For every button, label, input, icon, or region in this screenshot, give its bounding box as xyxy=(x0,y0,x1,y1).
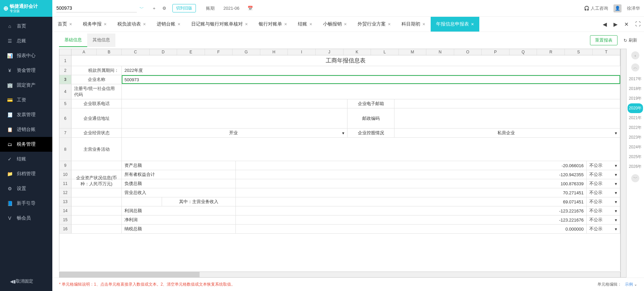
tab-4[interactable]: 日记账与银行对账单核对✕ xyxy=(186,17,253,32)
publish-select[interactable]: 不公示 xyxy=(587,170,620,179)
year-2018年[interactable]: 2018年 xyxy=(628,84,643,94)
period-value[interactable]: 2021-06 xyxy=(223,6,239,11)
user-name[interactable]: 徐泽华 xyxy=(627,5,640,11)
col-header[interactable]: E xyxy=(177,49,205,55)
year-scroll-up-icon[interactable]: ︿ xyxy=(631,63,639,71)
calendar-icon[interactable]: 📅 xyxy=(248,6,253,11)
publish-select[interactable]: 不公示 xyxy=(587,179,620,188)
col-header[interactable]: J xyxy=(316,49,343,55)
tabs-prev-icon[interactable]: ◀ xyxy=(599,21,610,28)
tab-7[interactable]: 小畅报销✕ xyxy=(318,17,352,32)
row-num[interactable]: 10 xyxy=(59,170,71,179)
col-header[interactable]: N xyxy=(426,49,454,55)
line-value[interactable]: -123.221676 xyxy=(236,206,587,215)
col-header[interactable]: T xyxy=(593,49,621,55)
publish-select[interactable]: 不公示 xyxy=(587,161,620,170)
col-header[interactable]: I xyxy=(288,49,316,55)
col-header[interactable]: K xyxy=(343,49,371,55)
row-num[interactable]: 15 xyxy=(59,215,71,224)
year-2023年[interactable]: 2023年 xyxy=(628,133,643,142)
row-num[interactable]: 7 xyxy=(59,129,71,137)
close-icon[interactable]: ✕ xyxy=(309,22,312,27)
unpin-button[interactable]: ◀▮ 取消固定 xyxy=(10,278,33,284)
tabs-close-icon[interactable]: ✕ xyxy=(621,21,632,28)
row-num[interactable]: 5 xyxy=(59,99,71,108)
h-scrollbar[interactable] xyxy=(59,272,621,278)
nav-item-12[interactable]: 📘新手引导 xyxy=(0,196,52,211)
nav-item-0[interactable]: ⌂首页 xyxy=(0,19,52,34)
row-num[interactable]: 3 xyxy=(59,75,71,84)
nav-item-13[interactable]: V畅会员 xyxy=(0,211,52,226)
nav-item-6[interactable]: 🧾发票管理 xyxy=(0,107,52,122)
avatar[interactable]: 👤 xyxy=(613,4,622,12)
reset-button[interactable]: 重置报表 xyxy=(590,35,618,45)
year-2022年[interactable]: 2022年 xyxy=(628,123,643,133)
op-status-select[interactable]: 开业 xyxy=(122,129,347,137)
line-value[interactable]: 70.271451 xyxy=(236,188,587,197)
close-icon[interactable]: ✕ xyxy=(104,22,107,27)
row-num[interactable]: 2 xyxy=(59,66,71,75)
publish-select[interactable]: 不公示 xyxy=(587,197,620,206)
line-value[interactable]: -120.942355 xyxy=(236,170,587,179)
row-num[interactable]: 9 xyxy=(59,161,71,170)
close-icon[interactable]: ✕ xyxy=(284,22,287,27)
main-biz-input[interactable] xyxy=(122,138,620,161)
nav-item-11[interactable]: ⚙设置 xyxy=(0,181,52,196)
col-header[interactable]: Q xyxy=(509,49,537,55)
line-value[interactable]: 100.876339 xyxy=(236,179,587,188)
publish-select[interactable]: 不公示 xyxy=(587,206,620,215)
col-header[interactable]: P xyxy=(482,49,509,55)
tab-8[interactable]: 外贸行业方案✕ xyxy=(352,17,396,32)
line-value[interactable]: 69.071451 xyxy=(236,197,587,206)
publish-select[interactable]: 不公示 xyxy=(587,225,620,233)
tab-1[interactable]: 税务申报✕ xyxy=(77,17,112,32)
col-header[interactable]: S xyxy=(565,49,593,55)
close-icon[interactable]: ✕ xyxy=(143,22,146,27)
add-icon[interactable]: ＋ xyxy=(152,5,156,11)
nav-item-7[interactable]: 📋进销台账 xyxy=(0,122,52,137)
col-header[interactable]: H xyxy=(260,49,288,55)
subtab-basic[interactable]: 基础信息 xyxy=(59,34,87,47)
year-2025年[interactable]: 2025年 xyxy=(628,152,643,162)
col-header[interactable]: B xyxy=(97,49,122,55)
nav-item-8[interactable]: 🗂税务管理 xyxy=(0,137,52,152)
tab-3[interactable]: 进销台账✕ xyxy=(151,17,186,32)
col-header[interactable]: O xyxy=(454,49,482,55)
nav-item-9[interactable]: ✓结账 xyxy=(0,152,52,166)
example-link[interactable]: 示例 xyxy=(625,282,633,287)
refresh-button[interactable]: ↻ 刷新 xyxy=(624,37,637,43)
tab-0[interactable]: 首页✕ xyxy=(52,17,77,32)
v-scrollbar[interactable] xyxy=(621,49,627,278)
row-num[interactable]: 6 xyxy=(59,108,71,128)
line-value[interactable]: 0.000000 xyxy=(236,225,587,233)
corner-cell[interactable] xyxy=(59,49,71,55)
col-header[interactable]: L xyxy=(371,49,399,55)
col-header[interactable]: G xyxy=(232,49,260,55)
nav-item-2[interactable]: 📊报表中心 xyxy=(0,48,52,63)
close-icon[interactable]: ✕ xyxy=(471,22,474,27)
postcode-input[interactable] xyxy=(394,108,620,128)
row-num[interactable]: 16 xyxy=(59,225,71,233)
phone-input[interactable] xyxy=(122,99,347,108)
tab-10[interactable]: 年报信息申报表✕ xyxy=(431,17,479,32)
line-value[interactable]: -20.066016 xyxy=(236,161,587,170)
year-2024年[interactable]: 2024年 xyxy=(628,142,643,152)
nav-item-10[interactable]: 📁归档管理 xyxy=(0,166,52,181)
row-num[interactable]: 4 xyxy=(59,84,71,99)
close-icon[interactable]: ✕ xyxy=(344,22,347,27)
publish-select[interactable]: 不公示 xyxy=(587,188,620,197)
year-2020年[interactable]: 2020年 xyxy=(628,103,643,113)
tab-9[interactable]: 科目期初✕ xyxy=(396,17,431,32)
gear-icon[interactable]: ⚙ xyxy=(162,6,166,11)
entity-dropdown-icon[interactable]: ﹀ xyxy=(140,5,144,11)
nav-item-5[interactable]: 💳工资 xyxy=(0,93,52,107)
example-dropdown-icon[interactable]: ⌄ xyxy=(634,282,637,287)
nav-item-1[interactable]: ☰总账 xyxy=(0,34,52,48)
year-scroll-down-icon[interactable]: ﹀ xyxy=(631,174,639,182)
year-2021年[interactable]: 2021年 xyxy=(628,113,643,123)
close-icon[interactable]: ✕ xyxy=(245,22,248,27)
tab-2[interactable]: 税负波动表✕ xyxy=(112,17,151,32)
email-input[interactable] xyxy=(394,99,620,108)
col-header[interactable]: D xyxy=(150,49,177,55)
switch-old-button[interactable]: 切到旧版 xyxy=(172,4,196,12)
